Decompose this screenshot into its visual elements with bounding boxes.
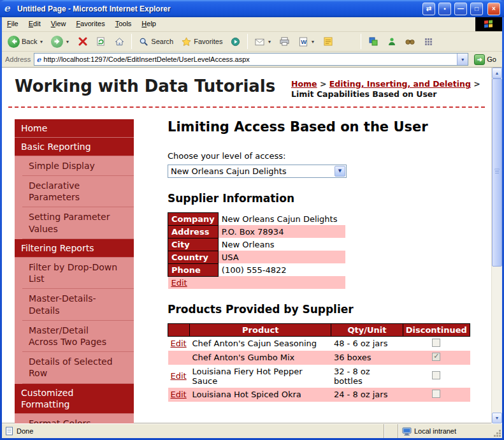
sidebar-item-master-detail-two-pages[interactable]: Master/Detail Across Two Pages (22, 321, 134, 352)
toolbar-separator (131, 34, 132, 49)
product-discontinued-cell (403, 388, 470, 402)
menu-tools[interactable]: Tools (110, 17, 137, 31)
sidebar-item-basic-reporting[interactable]: Basic Reporting (15, 138, 134, 156)
refresh-button[interactable] (92, 35, 110, 48)
scrollbar-thumb[interactable] (492, 78, 502, 267)
address-dropdown-button[interactable]: ▼ (457, 54, 468, 65)
media-button[interactable] (227, 35, 244, 48)
sidebar-item-setting-parameter-values[interactable]: Setting Parameter Values (22, 207, 134, 238)
supplier-value-cell: New Orleans Cajun Delights (218, 212, 345, 225)
sidebar-item-filter-by-dropdown-list[interactable]: Filter by Drop-Down List (22, 258, 134, 289)
back-icon (8, 36, 20, 48)
security-zone-text: Local intranet (414, 427, 456, 435)
address-input[interactable] (43, 55, 457, 63)
sidebar-item-master-details-details[interactable]: Master-Details-Details (22, 289, 134, 320)
products-header-product: Product (190, 323, 331, 336)
menu-help[interactable]: Help (136, 17, 161, 31)
supplier-value-cell: New Orleans (218, 238, 345, 251)
supplier-row: Country USA (168, 251, 346, 263)
forward-caret-icon: ▼ (65, 40, 69, 44)
product-row: Chef Anton's Gumbo Mix 36 boxes (168, 351, 470, 365)
products-header-edit (168, 323, 190, 336)
browser-window: e Untitled Page - Microsoft Internet Exp… (0, 0, 504, 440)
product-edit-link[interactable]: Edit (171, 371, 187, 381)
research-button[interactable] (401, 35, 419, 48)
msn-button[interactable] (364, 35, 382, 48)
products-table: Product Qty/Unit Discontinued Edit Chef … (168, 323, 470, 402)
discontinued-checkbox (432, 353, 440, 361)
stop-button[interactable] (74, 35, 91, 48)
supplier-row: Address P.O. Box 78934 (168, 225, 346, 238)
address-field-wrap: e ▼ (34, 53, 468, 66)
supplier-table: Company New Orleans Cajun Delights Addre… (168, 212, 345, 289)
supplier-label-cell: City (168, 238, 219, 251)
site-title: Working with Data Tutorials (15, 77, 275, 100)
print-button[interactable] (276, 35, 293, 48)
access-level-select[interactable]: New Orleans Cajun Delights ▼ (168, 165, 347, 178)
sidebar-item-filtering-reports[interactable]: Filtering Reports (15, 239, 134, 258)
switch-window-button[interactable]: ⇄ (422, 3, 435, 15)
back-label: Back (22, 38, 37, 45)
extra-window-button[interactable]: ▪ (438, 3, 451, 15)
products-heading: Products Provided by Supplier (168, 303, 472, 316)
access-level-value: New Orleans Cajun Delights (171, 166, 287, 176)
scroll-up-button[interactable]: ▲ (492, 68, 502, 78)
select-dropdown-icon: ▼ (335, 166, 345, 177)
vertical-scrollbar[interactable]: ▲ ▼ (491, 68, 502, 423)
menu-favorites[interactable]: Favorites (71, 17, 110, 31)
go-button[interactable]: ➜ Go (472, 54, 499, 66)
menu-file[interactable]: File (2, 17, 24, 31)
ie-icon: e (4, 4, 14, 14)
breadcrumb-home-link[interactable]: Home (291, 79, 317, 89)
product-edit-link[interactable]: Edit (171, 339, 187, 348)
breadcrumb-separator: > (473, 79, 480, 89)
menu-view[interactable]: View (46, 17, 71, 31)
forward-icon (51, 36, 63, 48)
menu-edit[interactable]: Edit (24, 17, 46, 31)
product-row: Edit Louisiana Hot Spiced Okra 24 - 8 oz… (168, 388, 470, 402)
sidebar-item-declarative-parameters[interactable]: Declarative Parameters (22, 176, 134, 207)
favorites-button[interactable]: Favorites (178, 35, 226, 48)
product-edit-cell: Edit (168, 336, 190, 351)
maximize-button[interactable]: □ (470, 3, 483, 15)
msn-icon (368, 36, 378, 47)
back-caret-icon: ▼ (39, 40, 43, 44)
product-name-cell: Louisiana Fiery Hot Pepper Sauce (190, 365, 331, 388)
sidebar-item-simple-display[interactable]: Simple Display (22, 156, 134, 176)
sidebar-item-customized-formatting[interactable]: Customized Formatting (15, 384, 134, 414)
media-icon (230, 36, 241, 47)
mail-icon (254, 36, 265, 47)
resize-grip[interactable] (493, 424, 502, 438)
supplier-edit-link[interactable]: Edit (171, 278, 187, 288)
product-edit-cell: Edit (168, 365, 190, 388)
sidebar-item-home[interactable]: Home (15, 119, 134, 138)
page-header: Working with Data Tutorials Home > Editi… (2, 68, 491, 100)
mail-button[interactable]: ▼ (251, 35, 275, 48)
supplier-value-cell: P.O. Box 78934 (218, 225, 345, 238)
refresh-icon (96, 36, 106, 47)
product-edit-link[interactable]: Edit (171, 390, 187, 399)
breadcrumb-section-link[interactable]: Editing, Inserting, and Deleting (329, 79, 471, 89)
supplier-label-cell: Phone (168, 263, 219, 276)
back-button[interactable]: Back ▼ (4, 34, 47, 49)
title-bar: e Untitled Page - Microsoft Internet Exp… (0, 0, 504, 17)
home-icon (114, 36, 125, 47)
minimize-button[interactable]: — (454, 3, 467, 15)
home-button[interactable] (111, 35, 128, 48)
discuss-button[interactable] (319, 35, 336, 48)
scroll-down-button[interactable]: ▼ (492, 413, 502, 423)
discontinued-checkbox (432, 390, 440, 398)
sidebar-item-details-of-selected-row[interactable]: Details of Selected Row (22, 352, 134, 383)
status-bar: Done Local intranet (2, 423, 502, 438)
search-label: Search (151, 38, 173, 45)
messenger-button[interactable] (383, 35, 400, 48)
forward-button[interactable]: ▼ (48, 34, 73, 49)
sidebar-nav: Home Basic Reporting Simple Display Decl… (15, 119, 134, 424)
edit-word-icon: W (298, 36, 308, 47)
quick-launch-button[interactable] (420, 35, 437, 48)
web-page: Working with Data Tutorials Home > Editi… (2, 68, 491, 423)
sidebar-item-format-colors[interactable]: Format Colors (22, 414, 134, 423)
close-button[interactable]: × (487, 3, 500, 15)
search-button[interactable]: Search (135, 35, 176, 48)
edit-button[interactable]: W ▼ (294, 35, 318, 48)
